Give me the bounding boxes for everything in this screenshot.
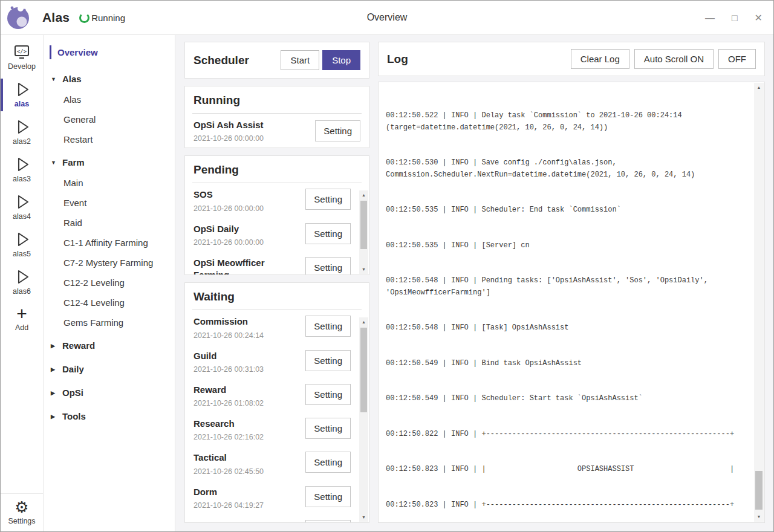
main-area: Scheduler Start Stop Running OpSi Ash As… xyxy=(175,35,773,531)
rail-item-settings[interactable]: ⚙ Settings xyxy=(1,493,43,531)
nav-item-main[interactable]: Main xyxy=(44,173,175,193)
page-title: Overview xyxy=(367,12,408,23)
rail-item-alas4[interactable]: alas4 xyxy=(1,189,43,226)
scheduler-column: Scheduler Start Stop Running OpSi Ash As… xyxy=(175,35,376,531)
scrollbar-thumb[interactable] xyxy=(360,328,367,412)
scheduler-title: Scheduler xyxy=(194,54,249,67)
nav-group-alas[interactable]: ▼ Alas xyxy=(44,68,175,89)
nav-group-daily[interactable]: ▶ Daily xyxy=(44,358,175,380)
task-name: Research xyxy=(194,418,264,430)
task-name: Commission xyxy=(194,316,264,328)
nav-item-overview[interactable]: Overview xyxy=(44,45,175,60)
task-row: Commission 2021-10-26 00:24:14 Setting xyxy=(185,310,369,344)
scrollbar-thumb[interactable] xyxy=(755,471,763,510)
task-name: Dorm xyxy=(194,486,264,498)
nav-group-opsi[interactable]: ▶ OpSi xyxy=(44,382,175,403)
auto-scroll-off-button[interactable]: OFF xyxy=(718,49,756,69)
running-spinner-icon xyxy=(79,13,89,23)
waiting-card: Waiting Commission 2021-10-26 00:24:14 S… xyxy=(184,282,369,523)
task-name: OpSi Meowfficer Farming xyxy=(194,257,296,276)
pending-card: Pending SOS 2021-10-26 00:00:00 Setting xyxy=(184,155,369,275)
play-icon xyxy=(13,80,31,99)
scroll-up-icon[interactable]: ▲ xyxy=(359,317,368,326)
caret-right-icon: ▶ xyxy=(51,414,57,420)
log-scrollbar[interactable]: ▲ ▼ xyxy=(754,83,764,522)
rail-item-alas[interactable]: alas xyxy=(1,76,43,114)
active-indicator xyxy=(50,45,51,59)
setting-button[interactable]: Setting xyxy=(305,316,351,337)
log-title: Log xyxy=(387,53,408,66)
task-time: 2021-10-26 02:16:02 xyxy=(194,433,264,441)
nav-group-reward[interactable]: ▶ Reward xyxy=(44,335,175,356)
task-row: OpSi Meowfficer Farming Setting xyxy=(185,251,369,276)
nav-item-event[interactable]: Event xyxy=(44,193,175,213)
scroll-down-icon[interactable]: ▼ xyxy=(359,265,368,274)
close-button[interactable]: ✕ xyxy=(755,12,763,24)
setting-button[interactable]: Setting xyxy=(305,350,351,371)
rail-item-develop[interactable]: </> Develop xyxy=(1,39,43,76)
rail-item-alas2[interactable]: alas2 xyxy=(1,114,43,151)
scroll-up-icon[interactable]: ▲ xyxy=(359,190,368,199)
task-row: Tactical 2021-10-26 02:45:50 Setting xyxy=(185,446,369,480)
task-row: Guild 2021-10-26 00:31:03 Setting xyxy=(185,345,369,378)
setting-button[interactable]: Setting xyxy=(305,223,351,244)
nav-item-c12-2-leveling[interactable]: C12-2 Leveling xyxy=(44,273,175,293)
minimize-button[interactable]: — xyxy=(705,13,715,24)
scrollbar-thumb[interactable] xyxy=(360,201,367,249)
stop-button[interactable]: Stop xyxy=(322,50,360,70)
nav-item-c1-1-affinity-farming[interactable]: C1-1 Affinity Farming xyxy=(44,233,175,253)
rail-item-alas3[interactable]: alas3 xyxy=(1,151,43,189)
nav-group-farm[interactable]: ▼ Farm xyxy=(44,152,175,173)
task-row: Research 2021-10-26 02:16:02 Setting xyxy=(185,412,369,446)
nav-item-alas[interactable]: Alas xyxy=(44,89,175,109)
setting-button[interactable]: Setting xyxy=(315,120,360,141)
log-header-card: Log Clear Log Auto Scroll ON OFF xyxy=(378,42,765,76)
setting-button[interactable]: Setting xyxy=(305,384,351,405)
scroll-down-icon[interactable]: ▼ xyxy=(754,512,764,522)
clear-log-button[interactable]: Clear Log xyxy=(571,49,629,69)
pending-title: Pending xyxy=(185,163,369,183)
setting-button[interactable]: Setting xyxy=(305,189,351,210)
setting-button[interactable]: Setting xyxy=(305,486,351,507)
rail-item-alas5[interactable]: alas5 xyxy=(1,226,43,264)
task-row: Shop Setting xyxy=(185,514,369,523)
start-button[interactable]: Start xyxy=(281,50,319,70)
caret-right-icon: ▶ xyxy=(51,343,57,349)
nav-item-c12-4-leveling[interactable]: C12-4 Leveling xyxy=(44,293,175,313)
play-icon xyxy=(13,268,31,286)
scroll-down-icon[interactable]: ▼ xyxy=(359,513,368,522)
task-name: Tactical xyxy=(194,452,264,464)
scroll-up-icon[interactable]: ▲ xyxy=(754,83,764,92)
nav-item-restart[interactable]: Restart xyxy=(44,129,175,149)
title-bar: Alas Running Overview — □ ✕ xyxy=(1,1,773,35)
rail-item-alas6[interactable]: alas6 xyxy=(1,264,43,301)
auto-scroll-on-button[interactable]: Auto Scroll ON xyxy=(634,49,714,69)
app-title: Alas xyxy=(42,10,70,25)
setting-button[interactable]: Setting xyxy=(305,520,351,523)
log-panel[interactable]: 00:12:50.522 | INFO | Delay task `Commis… xyxy=(378,82,765,523)
alas-logo-icon xyxy=(6,5,30,30)
gear-icon: ⚙ xyxy=(15,499,28,516)
task-row: OpSi Ash Assist 2021-10-26 00:00:00 Sett… xyxy=(185,114,369,148)
app-window: Alas Running Overview — □ ✕ </> Develop xyxy=(0,0,774,532)
nav-group-tools[interactable]: ▶ Tools xyxy=(44,406,175,427)
pending-scrollbar[interactable]: ▲ ▼ xyxy=(359,190,368,274)
play-icon xyxy=(13,193,31,211)
setting-button[interactable]: Setting xyxy=(305,257,351,276)
nav-item-c7-2-mystery-farming[interactable]: C7-2 Mystery Farming xyxy=(44,253,175,273)
nav-item-gems-farming[interactable]: Gems Farming xyxy=(44,313,175,332)
nav-item-general[interactable]: General xyxy=(44,109,175,129)
waiting-scrollbar[interactable]: ▲ ▼ xyxy=(359,317,368,522)
maximize-button[interactable]: □ xyxy=(732,13,738,24)
task-time: 2021-10-26 00:00:00 xyxy=(194,134,264,143)
setting-button[interactable]: Setting xyxy=(305,452,351,473)
play-icon xyxy=(13,155,31,174)
setting-button[interactable]: Setting xyxy=(305,418,351,439)
rail-item-add[interactable]: + Add xyxy=(1,301,43,337)
play-icon xyxy=(13,230,31,248)
task-time: 2021-10-26 01:08:02 xyxy=(194,399,264,407)
caret-right-icon: ▶ xyxy=(51,366,57,372)
nav-item-raid[interactable]: Raid xyxy=(44,213,175,233)
window-controls: — □ ✕ xyxy=(705,1,763,35)
task-time: 2021-10-26 00:24:14 xyxy=(194,331,264,340)
